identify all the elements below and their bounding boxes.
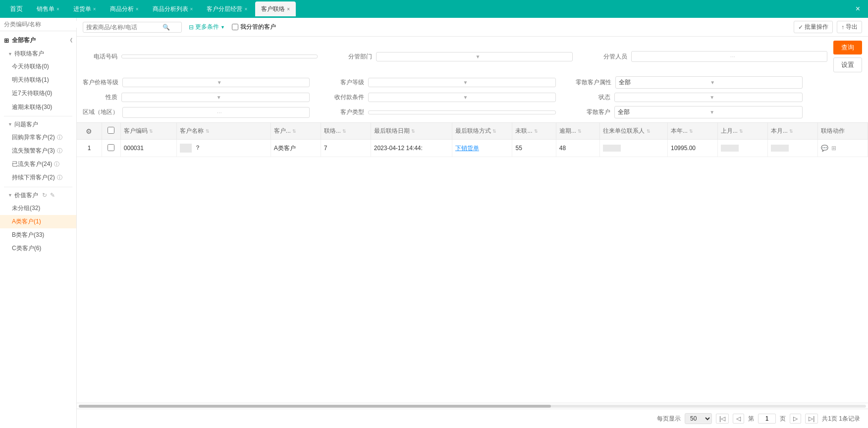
refresh-icon[interactable]: ↻ (42, 192, 47, 199)
row-last-contact-method[interactable]: 下销货单 (452, 140, 512, 157)
retail-customer-select[interactable]: 全部 ▼ (614, 106, 803, 118)
nav-tab-sales[interactable]: 销售单 × (31, 1, 65, 16)
close-all-tabs[interactable]: × (852, 2, 864, 15)
my-customer-checkbox[interactable]: 我分管的客户 (232, 23, 276, 31)
row-checkbox[interactable] (108, 144, 114, 151)
close-icon[interactable]: × (287, 6, 290, 12)
sidebar-item-tomorrow[interactable]: 明天待联络(1) (0, 73, 76, 87)
collapse-icon[interactable]: 《 (67, 37, 72, 44)
nav-tab-customer-tier[interactable]: 客户分层经营 × (201, 1, 253, 16)
close-icon[interactable]: × (190, 6, 193, 12)
export-button[interactable]: ↑ 导出 (837, 21, 862, 33)
th-last-contact-method[interactable]: 最后联络方式 ⇅ (452, 123, 512, 140)
sidebar: 🔍 ⊞ 全部客户 《 ▼ 待联络客户 今天待联络(0) 明天待联络(1) 近7天… (0, 18, 77, 428)
info-icon[interactable]: ⓘ (57, 147, 62, 156)
dept-select[interactable]: ▼ (376, 52, 572, 61)
sidebar-item-ungroup[interactable]: 未分组(32) (0, 202, 76, 215)
price-level-select[interactable]: ▼ (122, 78, 310, 87)
th-overdue[interactable]: 逾期... ⇅ (556, 123, 599, 140)
per-page-select[interactable]: 50 10 20 100 (685, 413, 712, 424)
next-page-btn[interactable]: ▷ (790, 414, 801, 424)
th-type[interactable]: 客户... ⇅ (271, 123, 321, 140)
th-last-month[interactable]: 上月... ⇅ (717, 123, 767, 140)
customer-level-select[interactable]: ▼ (368, 78, 556, 87)
sidebar-item-b-class[interactable]: B类客户(33) (0, 228, 76, 242)
select-all-checkbox[interactable] (108, 127, 114, 134)
close-icon[interactable]: × (56, 6, 59, 12)
search-input[interactable] (86, 24, 161, 31)
payment-select[interactable]: ▼ (368, 93, 556, 102)
th-last-contact-date[interactable]: 最后联络日期 ⇅ (371, 123, 452, 140)
edit-icon[interactable]: ✎ (50, 192, 55, 199)
sidebar-item-churn-warning[interactable]: 流失预警客户(3) ⓘ (0, 144, 76, 158)
nav-tab-analysis[interactable]: 商品分析 × (104, 1, 145, 16)
info-icon[interactable]: ⓘ (54, 160, 59, 169)
status-select[interactable]: ▼ (614, 93, 803, 102)
nature-select[interactable]: ▼ (121, 93, 310, 102)
setting-button[interactable]: 设置 (833, 57, 862, 72)
sidebar-item-a-class[interactable]: A类客户(1) (0, 215, 76, 228)
nav-tab-purchase[interactable]: 进货单 × (67, 1, 102, 16)
sidebar-group-problem[interactable]: ▼ 问题客户 (0, 118, 76, 131)
row-overdue: 48 (556, 140, 599, 157)
sidebar-item-c-class[interactable]: C类客户(6) (0, 242, 76, 255)
th-this-month[interactable]: 本月... ⇅ (767, 123, 817, 140)
grid-icon[interactable]: ⊞ (831, 145, 836, 152)
info-icon[interactable]: ⓘ (57, 133, 62, 142)
content-area: 🔍 ⊟ 更多条件 ▼ 我分管的客户 ✓ 批量操作 ↑ 导出 (77, 18, 868, 428)
th-uncontact[interactable]: 未联... ⇅ (512, 123, 556, 140)
payment-label: 收付款条件 (329, 93, 364, 102)
th-name[interactable]: 客户名称 ⇅ (177, 123, 271, 140)
row-check[interactable] (102, 140, 120, 157)
nav-tab-analysis-list[interactable]: 商品分析列表 × (147, 1, 199, 16)
page-input[interactable] (758, 414, 776, 424)
chevron-down-icon: ▼ (476, 54, 569, 59)
retail-attr-select[interactable]: 全部 ▼ (615, 76, 803, 89)
sidebar-item-declining[interactable]: 持续下滑客户(2) ⓘ (0, 171, 76, 184)
customer-type-select[interactable] (368, 110, 556, 114)
scrollbar-thumb[interactable] (79, 405, 551, 408)
close-icon[interactable]: × (136, 6, 139, 12)
chat-icon[interactable]: 💬 (821, 145, 828, 152)
region-select[interactable]: ··· (122, 107, 310, 118)
sidebar-all-customers[interactable]: ⊞ 全部客户 《 (0, 33, 76, 48)
th-this-year[interactable]: 本年... ⇅ (667, 123, 717, 140)
sidebar-item-overdue[interactable]: 逾期未联络(30) (0, 101, 76, 114)
my-customer-check[interactable] (232, 24, 238, 30)
close-icon[interactable]: × (93, 6, 96, 12)
close-icon[interactable]: × (244, 6, 247, 12)
filter-customer-type: 客户类型 (329, 108, 556, 116)
sidebar-group-waiting[interactable]: ▼ 待联络客户 (0, 48, 76, 60)
th-unit-contact[interactable]: 往来单位联系人 ⇅ (600, 123, 668, 140)
sidebar-item-churned[interactable]: 已流失客户(24) ⓘ (0, 158, 76, 171)
person-select[interactable]: ··· (631, 51, 827, 62)
th-code[interactable]: 客户编码 ⇅ (120, 123, 177, 140)
info-icon[interactable]: ⓘ (57, 173, 62, 182)
sidebar-item-today[interactable]: 今天待联络(0) (0, 60, 76, 73)
phone-input[interactable] (121, 54, 318, 58)
nav-home[interactable]: 首页 (4, 2, 29, 15)
more-icon[interactable]: ··· (215, 109, 306, 116)
th-contact-count[interactable]: 联络... ⇅ (321, 123, 371, 140)
last-page-btn[interactable]: ▷| (805, 414, 818, 424)
horizontal-scrollbar[interactable] (77, 403, 868, 409)
unit-contact-block (603, 145, 621, 152)
sidebar-group-value[interactable]: ▼ 价值客户 ↻ ✎ (0, 189, 76, 202)
more-icon[interactable]: ··· (728, 53, 824, 60)
batch-op-button[interactable]: ✓ 批量操作 (794, 21, 833, 33)
status-label: 状态 (576, 93, 610, 102)
query-button[interactable]: 查询 (833, 41, 862, 54)
contact-method-link[interactable]: 下销货单 (455, 145, 479, 152)
filter-btn[interactable]: ⊟ 更多条件 ▼ (186, 21, 228, 33)
prev-page-btn[interactable]: ◁ (733, 414, 744, 424)
sort-icon: ⇅ (492, 129, 496, 134)
nav-tab-customer-contact[interactable]: 客户联络 × (255, 1, 296, 16)
th-check[interactable] (102, 123, 120, 140)
sidebar-item-repurchase-anomaly[interactable]: 回购异常客户(2) ⓘ (0, 131, 76, 144)
first-page-btn[interactable]: |◁ (716, 414, 729, 424)
sidebar-search-input[interactable] (4, 21, 78, 28)
sidebar-item-7days[interactable]: 近7天待联络(0) (0, 87, 76, 100)
th-gear[interactable]: ⚙ (77, 123, 102, 140)
scrollbar-track[interactable] (79, 405, 866, 408)
gear-icon[interactable]: ⚙ (86, 127, 92, 135)
